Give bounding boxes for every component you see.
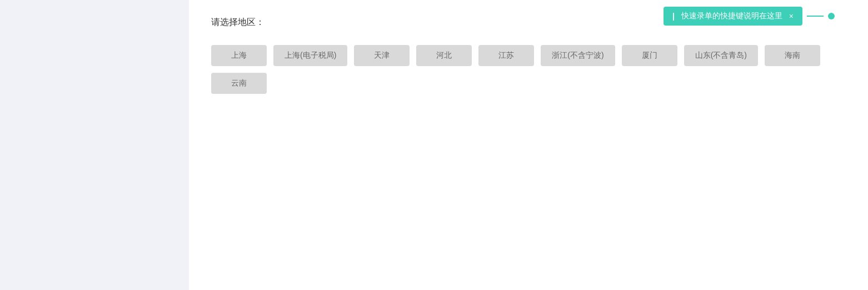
left-sidebar <box>0 0 189 290</box>
tooltip-container: 快速录单的快捷键说明在这里 × <box>664 7 835 26</box>
region-button-shanghai[interactable]: 上海 <box>211 45 267 66</box>
region-button-xiamen[interactable]: 厦门 <box>622 45 677 66</box>
main-content: 请选择地区： 上海上海(电子税局)天津河北江苏浙江(不含宁波)厦门山东(不含青岛… <box>189 0 868 290</box>
region-button-tianjin[interactable]: 天津 <box>354 45 410 66</box>
tooltip-bubble: 快速录单的快捷键说明在这里 × <box>664 7 802 26</box>
tooltip-line <box>807 16 824 17</box>
tooltip-close-button[interactable]: × <box>789 12 794 21</box>
region-button-hainan[interactable]: 海南 <box>765 45 820 66</box>
region-button-shandong[interactable]: 山东(不含青岛) <box>684 45 758 66</box>
region-button-zhejiang[interactable]: 浙江(不含宁波) <box>541 45 615 66</box>
region-button-shanghai-etax[interactable]: 上海(电子税局) <box>273 45 347 66</box>
region-button-yunnan[interactable]: 云南 <box>211 73 267 94</box>
region-grid: 上海上海(电子税局)天津河北江苏浙江(不含宁波)厦门山东(不含青岛)海南云南 <box>211 45 846 94</box>
region-button-jiangsu[interactable]: 江苏 <box>478 45 534 66</box>
tooltip-text: 快速录单的快捷键说明在这里 <box>681 11 782 21</box>
region-button-hebei[interactable]: 河北 <box>416 45 472 66</box>
tooltip-dot <box>828 13 835 19</box>
